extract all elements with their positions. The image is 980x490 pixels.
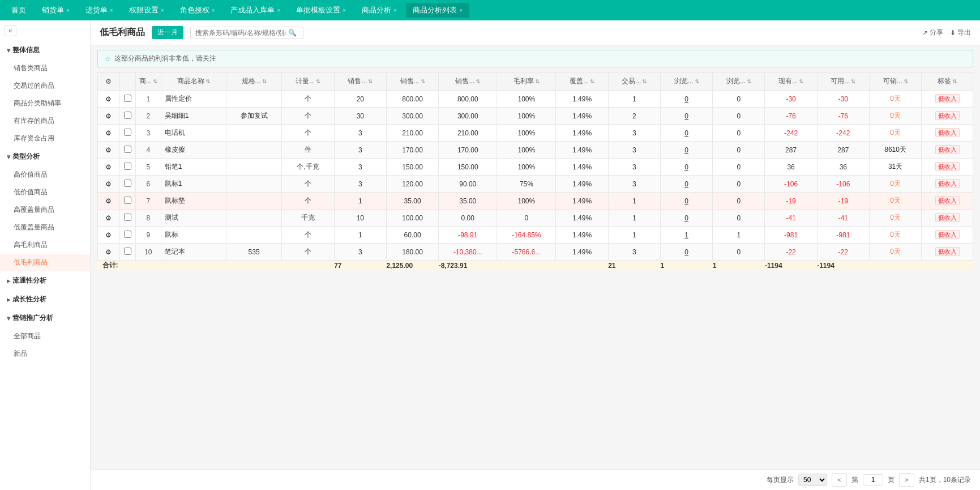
sidebar-collapse-btn[interactable]: «	[5, 25, 16, 36]
row-checkbox[interactable]	[119, 125, 135, 142]
sidebar-item-high-profit[interactable]: 高毛利商品	[0, 236, 90, 254]
row-checkbox-input[interactable]	[124, 180, 131, 187]
next-page-btn[interactable]: ＞	[899, 473, 914, 487]
sidebar-item-goods-classification[interactable]: 商品分类助销率	[0, 95, 90, 112]
col-header-sales_profit[interactable]: 销售...⇅	[439, 73, 497, 91]
col-header-current_stock[interactable]: 现有...⇅	[765, 73, 817, 91]
row-checkbox-input[interactable]	[124, 129, 131, 136]
share-btn[interactable]: ↗ 分享	[922, 28, 943, 37]
settings-icon[interactable]: ⚙	[105, 112, 112, 120]
row-settings[interactable]: ⚙	[98, 159, 120, 176]
nav-item-analysis-list[interactable]: 商品分析列表×	[406, 3, 469, 18]
settings-icon[interactable]: ⚙	[105, 231, 112, 239]
row-settings[interactable]: ⚙	[98, 244, 120, 261]
sidebar-item-high-value[interactable]: 高价值商品	[0, 166, 90, 184]
nav-close-purchase[interactable]: ×	[110, 7, 113, 14]
nav-close-permissions[interactable]: ×	[161, 7, 164, 14]
row-settings[interactable]: ⚙	[98, 210, 120, 227]
sidebar-item-low-value[interactable]: 低价值商品	[0, 184, 90, 201]
row-checkbox[interactable]	[119, 227, 135, 244]
nav-close-analysis[interactable]: ×	[393, 7, 397, 14]
page-size-select[interactable]: 50 100 200	[798, 474, 827, 486]
sidebar-item-traded-goods[interactable]: 交易过的商品	[0, 77, 90, 95]
col-header-unit[interactable]: 计量...⇅	[282, 73, 334, 91]
row-browse1[interactable]: 0	[660, 244, 712, 261]
nav-close-template[interactable]: ×	[343, 7, 346, 14]
col-header-sales_price[interactable]: 销售...⇅	[386, 73, 438, 91]
row-settings[interactable]: ⚙	[98, 125, 120, 142]
search-icon[interactable]: 🔍	[288, 29, 297, 37]
nav-close-role[interactable]: ×	[212, 7, 215, 14]
row-browse1[interactable]: 0	[660, 91, 712, 108]
nav-item-product-entry[interactable]: 产成品入库单×	[224, 3, 287, 18]
sidebar-item-in-stock[interactable]: 有库存的商品	[0, 112, 90, 130]
row-settings[interactable]: ⚙	[98, 176, 120, 193]
nav-close-analysis-list[interactable]: ×	[459, 7, 463, 14]
nav-close-sales[interactable]: ×	[66, 7, 70, 14]
search-input[interactable]	[195, 29, 286, 37]
nav-item-template[interactable]: 单据模板设置×	[289, 3, 353, 18]
col-header-trade[interactable]: 交易...⇅	[608, 73, 660, 91]
browse1-link[interactable]: 0	[684, 112, 688, 120]
settings-icon[interactable]: ⚙	[105, 163, 112, 171]
row-checkbox[interactable]	[119, 91, 135, 108]
sidebar-group-growth-analysis[interactable]: ▸成长性分析	[0, 290, 90, 309]
browse1-link[interactable]: 0	[684, 180, 688, 188]
col-header-browse1[interactable]: 浏览...⇅	[660, 73, 712, 91]
col-header-tag[interactable]: 标签⇅	[922, 73, 973, 91]
nav-item-analysis[interactable]: 商品分析×	[355, 3, 404, 18]
browse1-link[interactable]: 0	[684, 248, 688, 256]
prev-page-btn[interactable]: ＜	[832, 473, 847, 487]
nav-item-sales[interactable]: 销货单×	[35, 3, 76, 18]
nav-close-product-entry[interactable]: ×	[277, 7, 280, 14]
row-checkbox-input[interactable]	[124, 248, 131, 255]
row-checkbox[interactable]	[119, 244, 135, 261]
export-btn[interactable]: ⬇ 导出	[950, 28, 971, 37]
sidebar-item-sales-category[interactable]: 销售类商品	[0, 59, 90, 77]
settings-icon[interactable]: ⚙	[105, 180, 112, 188]
row-browse1[interactable]: 0	[660, 108, 712, 125]
row-checkbox[interactable]	[119, 176, 135, 193]
row-browse1[interactable]: 0	[660, 210, 712, 227]
row-settings[interactable]: ⚙	[98, 193, 120, 210]
settings-icon[interactable]: ⚙	[105, 214, 112, 222]
col-header-gross_margin[interactable]: 毛利率⇅	[497, 73, 556, 91]
browse1-link[interactable]: 0	[684, 197, 688, 205]
browse1-link[interactable]: 1	[684, 231, 688, 239]
sidebar-item-occupied-funds[interactable]: 库存资金占用	[0, 130, 90, 147]
row-checkbox-input[interactable]	[124, 231, 131, 238]
row-checkbox[interactable]	[119, 193, 135, 210]
row-checkbox-input[interactable]	[124, 214, 131, 221]
sidebar-group-overview[interactable]: ▾整体信息	[0, 41, 90, 59]
settings-icon[interactable]: ⚙	[105, 146, 112, 154]
row-settings[interactable]: ⚙	[98, 91, 120, 108]
row-browse1[interactable]: 0	[660, 193, 712, 210]
nav-item-role[interactable]: 角色授权×	[173, 3, 222, 18]
row-settings[interactable]: ⚙	[98, 227, 120, 244]
col-header-available[interactable]: 可用...⇅	[817, 73, 869, 91]
sidebar-item-low-coverage[interactable]: 低覆盖量商品	[0, 219, 90, 236]
col-header-checkbox[interactable]	[119, 73, 135, 91]
browse1-link[interactable]: 0	[684, 129, 688, 137]
row-settings[interactable]: ⚙	[98, 108, 120, 125]
row-browse1[interactable]: 1	[660, 227, 712, 244]
row-browse1[interactable]: 0	[660, 125, 712, 142]
row-checkbox[interactable]	[119, 108, 135, 125]
sidebar-group-value-analysis[interactable]: ▾类型分析	[0, 147, 90, 166]
settings-icon[interactable]: ⚙	[105, 129, 112, 137]
row-browse1[interactable]: 0	[660, 159, 712, 176]
row-checkbox[interactable]	[119, 159, 135, 176]
settings-icon[interactable]: ⚙	[105, 95, 112, 103]
browse1-link[interactable]: 0	[684, 146, 688, 154]
settings-icon[interactable]: ⚙	[105, 248, 112, 256]
row-checkbox-input[interactable]	[124, 163, 131, 170]
row-checkbox-input[interactable]	[124, 112, 131, 119]
col-header-name[interactable]: 商品名称⇅	[161, 73, 226, 91]
row-checkbox[interactable]	[119, 142, 135, 159]
sidebar-group-flow-analysis[interactable]: ▸流通性分析	[0, 271, 90, 290]
sidebar-item-new-goods[interactable]: 新品	[0, 345, 90, 363]
page-number-input[interactable]	[863, 474, 883, 485]
sidebar-item-high-coverage[interactable]: 高覆盖量商品	[0, 201, 90, 219]
col-header-coverage[interactable]: 覆盖...⇅	[556, 73, 608, 91]
nav-item-home[interactable]: 首页	[5, 3, 33, 18]
